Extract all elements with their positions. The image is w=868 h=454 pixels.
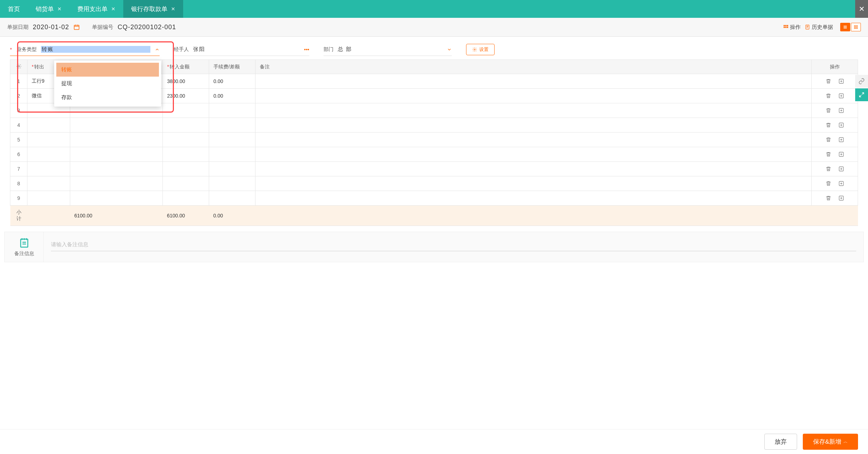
settings-button[interactable]: 设置 <box>466 44 495 55</box>
add-row-button[interactable] <box>838 195 845 202</box>
table-row[interactable]: 5 <box>10 133 858 147</box>
gear-header[interactable] <box>10 60 27 74</box>
add-row-button[interactable] <box>838 151 845 158</box>
cell-remark[interactable] <box>255 133 812 147</box>
add-row-button[interactable] <box>838 180 845 187</box>
cell-remark[interactable] <box>255 162 812 176</box>
cell-remark[interactable] <box>255 74 812 89</box>
add-row-button[interactable] <box>838 122 845 129</box>
cell-hidden[interactable] <box>70 118 163 133</box>
cell-hidden[interactable] <box>70 162 163 176</box>
table-row[interactable]: 8 <box>10 176 858 191</box>
add-row-button[interactable] <box>838 136 845 143</box>
row-number: 7 <box>10 162 27 176</box>
svg-rect-2 <box>785 25 787 26</box>
cell-out-account[interactable] <box>27 191 70 206</box>
handler-select[interactable]: 经手人 张阳 ••• <box>174 43 309 56</box>
cell-out-account[interactable] <box>27 147 70 162</box>
cell-in-amount[interactable] <box>163 103 209 118</box>
table-row[interactable]: 6 <box>10 147 858 162</box>
delete-row-button[interactable] <box>825 195 832 202</box>
cell-fee[interactable] <box>209 191 255 206</box>
svg-rect-6 <box>787 27 789 28</box>
date-value[interactable]: 2020-01-02 <box>33 24 69 31</box>
cell-remark[interactable] <box>255 147 812 162</box>
link-tool[interactable] <box>855 75 868 88</box>
ops-link[interactable]: 操作 <box>783 24 801 31</box>
expand-tool[interactable] <box>855 88 868 101</box>
remark-input[interactable] <box>51 238 856 251</box>
dropdown-option-transfer[interactable]: 转账 <box>56 63 159 77</box>
calendar-icon[interactable] <box>73 24 80 30</box>
cell-hidden[interactable] <box>70 133 163 147</box>
tab-expense[interactable]: 费用支出单✕ <box>69 0 123 18</box>
delete-row-button[interactable] <box>825 122 832 129</box>
col-remark: 备注 <box>255 60 812 74</box>
dept-select[interactable]: 部门 总 部 <box>324 43 452 56</box>
cell-fee[interactable] <box>209 118 255 133</box>
cell-in-amount[interactable] <box>163 191 209 206</box>
delete-row-button[interactable] <box>825 165 832 172</box>
table-row[interactable]: 4 <box>10 118 858 133</box>
close-icon[interactable]: ✕ <box>171 6 175 12</box>
cell-in-amount[interactable] <box>163 147 209 162</box>
cell-hidden[interactable] <box>70 147 163 162</box>
delete-row-button[interactable] <box>825 92 832 99</box>
cell-remark[interactable] <box>255 176 812 191</box>
table-row[interactable]: 9 <box>10 191 858 206</box>
cell-fee[interactable] <box>209 103 255 118</box>
cell-hidden[interactable] <box>70 176 163 191</box>
table-row[interactable]: 7 <box>10 162 858 176</box>
cell-remark[interactable] <box>255 191 812 206</box>
cell-in-amount[interactable] <box>163 133 209 147</box>
delete-row-button[interactable] <box>825 78 832 85</box>
view-list-button[interactable] <box>840 23 850 31</box>
cell-out-account[interactable] <box>27 133 70 147</box>
delete-row-button[interactable] <box>825 136 832 143</box>
remark-panel-label: 备注信息 <box>14 251 34 257</box>
cell-in-amount[interactable] <box>163 162 209 176</box>
cell-out-account[interactable] <box>27 176 70 191</box>
delete-row-button[interactable] <box>825 180 832 187</box>
cell-fee[interactable] <box>209 133 255 147</box>
dept-label: 部门 <box>324 46 334 53</box>
close-app-button[interactable]: ✕ <box>855 0 868 18</box>
cell-fee[interactable] <box>209 162 255 176</box>
tab-sales[interactable]: 销货单✕ <box>28 0 69 18</box>
cell-fee[interactable]: 0.00 <box>209 89 255 103</box>
dropdown-option-withdraw[interactable]: 提现 <box>56 77 159 91</box>
svg-rect-0 <box>74 25 79 30</box>
subtotal-fee: 0.00 <box>209 206 255 226</box>
cell-hidden[interactable] <box>70 191 163 206</box>
add-row-button[interactable] <box>838 78 845 85</box>
history-link[interactable]: 历史单据 <box>805 24 833 31</box>
row-number: 4 <box>10 118 27 133</box>
cell-in-amount[interactable] <box>163 176 209 191</box>
biz-type-select[interactable]: * 业务类型 转账 <box>10 43 160 56</box>
tab-home[interactable]: 首页 <box>0 0 28 18</box>
filter-area: * 业务类型 转账 经手人 张阳 ••• 部门 总 部 设置 <box>0 37 868 60</box>
cell-out-account[interactable] <box>27 162 70 176</box>
cell-out-account[interactable] <box>27 118 70 133</box>
cell-in-amount[interactable]: 2300.00 <box>163 89 209 103</box>
svg-rect-1 <box>784 25 785 26</box>
close-icon[interactable]: ✕ <box>57 6 62 12</box>
dropdown-option-deposit[interactable]: 存款 <box>56 91 159 104</box>
add-row-button[interactable] <box>838 165 845 172</box>
cell-fee[interactable] <box>209 176 255 191</box>
cell-remark[interactable] <box>255 118 812 133</box>
view-grid-button[interactable] <box>851 23 861 31</box>
cell-fee[interactable]: 0.00 <box>209 74 255 89</box>
add-row-button[interactable] <box>838 92 845 99</box>
close-icon[interactable]: ✕ <box>111 6 115 12</box>
cell-fee[interactable] <box>209 147 255 162</box>
add-row-button[interactable] <box>838 107 845 114</box>
delete-row-button[interactable] <box>825 151 832 158</box>
tab-bank[interactable]: 银行存取款单✕ <box>123 0 183 18</box>
cell-remark[interactable] <box>255 89 812 103</box>
delete-row-button[interactable] <box>825 107 832 114</box>
svg-rect-23 <box>21 239 28 247</box>
cell-remark[interactable] <box>255 103 812 118</box>
cell-in-amount[interactable]: 3800.00 <box>163 74 209 89</box>
cell-in-amount[interactable] <box>163 118 209 133</box>
